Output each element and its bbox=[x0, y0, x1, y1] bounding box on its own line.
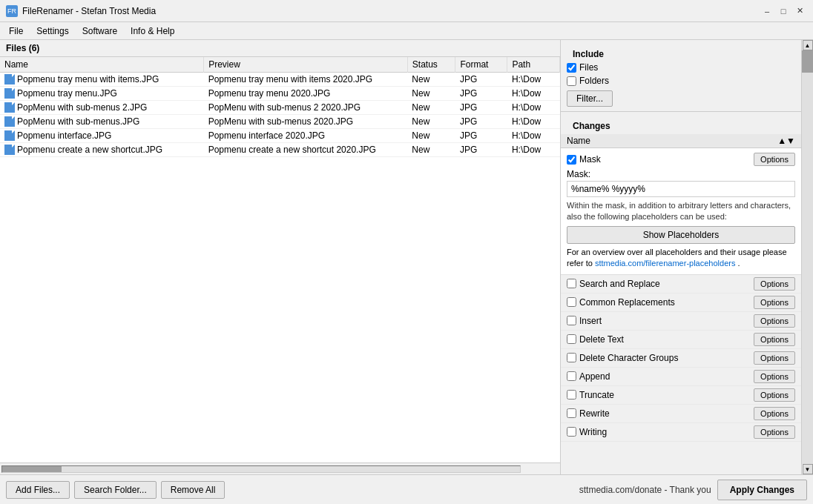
change-option-options-button-3[interactable]: Options bbox=[754, 333, 795, 346]
table-row[interactable]: Popmenu tray menu.JPG Popmenu tray menu … bbox=[0, 87, 560, 101]
mask-checkbox[interactable] bbox=[567, 155, 576, 165]
col-preview: Preview bbox=[204, 57, 408, 73]
change-option-row: Common Replacements Options bbox=[561, 294, 801, 312]
change-option-options-button-5[interactable]: Options bbox=[754, 370, 795, 383]
file-icon bbox=[4, 102, 15, 113]
minimize-button[interactable]: – bbox=[760, 4, 774, 19]
change-option-options-button-1[interactable]: Options bbox=[754, 296, 795, 309]
col-status: Status bbox=[407, 57, 455, 73]
table-scrollbar[interactable] bbox=[0, 462, 560, 474]
cell-status: New bbox=[407, 101, 455, 115]
remove-all-button[interactable]: Remove All bbox=[161, 481, 226, 499]
mask-options-button[interactable]: Options bbox=[754, 153, 795, 166]
menu-software[interactable]: Software bbox=[76, 24, 123, 38]
left-panel: Files (6) Name Preview Status Format Pat… bbox=[0, 40, 561, 474]
menu-file[interactable]: File bbox=[3, 24, 29, 38]
change-options-list: Search and Replace Options Common Replac… bbox=[561, 275, 801, 442]
filter-button[interactable]: Filter... bbox=[567, 90, 613, 107]
change-option-row: Writing Options bbox=[561, 423, 801, 442]
close-button[interactable]: ✕ bbox=[792, 4, 807, 19]
name-row[interactable]: Name ▲▼ bbox=[561, 134, 801, 148]
mask-description: Within the mask, in addition to arbitrar… bbox=[567, 200, 795, 223]
placeholder-note: For an overview over all placeholders an… bbox=[567, 247, 795, 270]
mask-label: Mask bbox=[579, 154, 601, 165]
scrollbar-track[interactable] bbox=[1, 465, 521, 473]
change-option-label: Common Replacements bbox=[579, 297, 675, 308]
change-option-checkbox-5[interactable] bbox=[567, 371, 576, 381]
cell-status: New bbox=[407, 143, 455, 157]
change-option-row: Append Options bbox=[561, 368, 801, 386]
cell-status: New bbox=[407, 115, 455, 129]
files-table: Name Preview Status Format Path Popmenu … bbox=[0, 57, 560, 157]
main-content: Files (6) Name Preview Status Format Pat… bbox=[0, 40, 813, 474]
cell-name: Popmenu tray menu with items.JPG bbox=[0, 73, 204, 87]
change-option-checkbox-3[interactable] bbox=[567, 334, 576, 344]
cell-path: H:\Dow bbox=[507, 115, 560, 129]
table-row[interactable]: PopMenu with sub-menus.JPG PopMenu with … bbox=[0, 115, 560, 129]
name-label: Name bbox=[567, 136, 590, 146]
app-icon: FR bbox=[6, 5, 18, 17]
file-icon bbox=[4, 74, 15, 84]
cell-preview: Popmenu tray menu with items 2020.JPG bbox=[204, 73, 408, 87]
change-option-options-button-7[interactable]: Options bbox=[754, 407, 795, 420]
show-placeholders-button[interactable]: Show Placeholders bbox=[567, 226, 795, 244]
bottom-bar: Add Files... Search Folder... Remove All… bbox=[0, 474, 813, 504]
table-row[interactable]: Popmenu create a new shortcut.JPG Popmen… bbox=[0, 143, 560, 157]
menu-settings[interactable]: Settings bbox=[30, 24, 74, 38]
folders-checkbox-row: Folders bbox=[567, 74, 795, 87]
change-option-row: Search and Replace Options bbox=[561, 275, 801, 294]
table-row[interactable]: Popmenu interface.JPG Popmenu interface … bbox=[0, 129, 560, 143]
change-option-checkbox-7[interactable] bbox=[567, 408, 576, 418]
change-option-options-button-6[interactable]: Options bbox=[754, 388, 795, 402]
changes-header: Changes bbox=[561, 115, 801, 134]
change-option-options-button-8[interactable]: Options bbox=[754, 425, 795, 439]
cell-path: H:\Dow bbox=[507, 129, 560, 143]
title-bar: FR FileRenamer - Stefan Trost Media – □ … bbox=[0, 0, 813, 22]
cell-preview: Popmenu tray menu 2020.JPG bbox=[204, 87, 408, 101]
scrollbar-thumb[interactable] bbox=[2, 466, 62, 472]
change-option-options-button-0[interactable]: Options bbox=[754, 277, 795, 291]
search-folder-button[interactable]: Search Folder... bbox=[74, 481, 157, 499]
change-option-left: Delete Character Groups bbox=[567, 353, 678, 363]
expand-icon: ▲▼ bbox=[777, 136, 795, 146]
change-option-checkbox-4[interactable] bbox=[567, 353, 576, 362]
cell-format: JPG bbox=[455, 73, 507, 87]
menu-info-help[interactable]: Info & Help bbox=[125, 24, 180, 38]
change-option-checkbox-1[interactable] bbox=[567, 297, 576, 307]
change-option-left: Insert bbox=[567, 316, 602, 326]
change-option-row: Delete Text Options bbox=[561, 331, 801, 349]
file-icon bbox=[4, 145, 15, 155]
table-row[interactable]: PopMenu with sub-menus 2.JPG PopMenu wit… bbox=[0, 101, 560, 115]
placeholder-link[interactable]: sttmedia.com/filerenamer-placeholders bbox=[595, 259, 736, 268]
scroll-thumb[interactable] bbox=[802, 50, 813, 73]
changes-section: Changes Name ▲▼ Mask Options bbox=[561, 111, 801, 445]
table-row[interactable]: Popmenu tray menu with items.JPG Popmenu… bbox=[0, 73, 560, 87]
maximize-button[interactable]: □ bbox=[776, 4, 791, 19]
right-scrollbar-track[interactable]: ▲ ▼ bbox=[801, 40, 813, 474]
change-option-checkbox-8[interactable] bbox=[567, 427, 576, 437]
change-option-label: Delete Text bbox=[579, 334, 624, 345]
change-option-options-button-2[interactable]: Options bbox=[754, 314, 795, 328]
change-option-checkbox-6[interactable] bbox=[567, 390, 576, 399]
change-option-checkbox-0[interactable] bbox=[567, 279, 576, 288]
scroll-up-button[interactable]: ▲ bbox=[803, 40, 813, 50]
files-label: Files bbox=[579, 62, 598, 73]
cell-name: PopMenu with sub-menus.JPG bbox=[0, 115, 204, 129]
folders-checkbox[interactable] bbox=[567, 76, 576, 86]
apply-changes-button[interactable]: Apply Changes bbox=[717, 480, 807, 500]
change-option-options-button-4[interactable]: Options bbox=[754, 351, 795, 365]
change-option-label: Delete Character Groups bbox=[579, 353, 678, 363]
scroll-down-button[interactable]: ▼ bbox=[803, 464, 813, 474]
bottom-right: sttmedia.com/donate - Thank you Apply Ch… bbox=[579, 480, 807, 500]
file-icon bbox=[4, 130, 15, 141]
folders-label: Folders bbox=[579, 76, 609, 86]
scroll-track-inner[interactable] bbox=[802, 50, 813, 464]
include-section: Include Files Folders Filter... bbox=[561, 40, 801, 111]
mask-input[interactable] bbox=[567, 181, 795, 197]
cell-path: H:\Dow bbox=[507, 101, 560, 115]
change-option-checkbox-2[interactable] bbox=[567, 316, 576, 325]
mask-row: Mask Options bbox=[567, 153, 795, 166]
cell-format: JPG bbox=[455, 101, 507, 115]
files-checkbox[interactable] bbox=[567, 63, 576, 73]
add-files-button[interactable]: Add Files... bbox=[6, 481, 70, 499]
